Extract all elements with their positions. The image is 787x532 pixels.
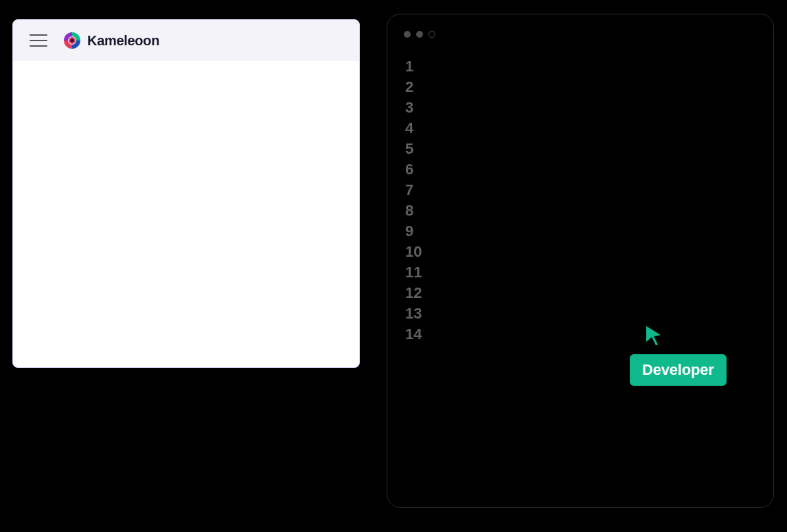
line-number: 8 xyxy=(405,203,757,219)
line-number: 11 xyxy=(405,264,757,281)
window-dot-maximize-icon[interactable] xyxy=(429,31,435,38)
line-number: 6 xyxy=(405,161,757,178)
line-number: 3 xyxy=(405,100,757,116)
brand: Kameleoon xyxy=(62,31,159,50)
line-number-gutter: 1 2 3 4 5 6 7 8 9 10 11 12 13 14 xyxy=(404,58,757,343)
app-header: Kameleoon xyxy=(13,20,359,61)
kameleoon-logo-icon xyxy=(62,31,82,50)
line-number: 5 xyxy=(405,141,757,157)
developer-badge: Developer xyxy=(630,354,727,386)
window-dot-close-icon[interactable] xyxy=(404,31,411,38)
line-number: 1 xyxy=(405,58,757,75)
line-number: 9 xyxy=(405,223,757,240)
line-number: 7 xyxy=(405,182,757,198)
hamburger-menu-icon[interactable] xyxy=(30,34,47,47)
code-editor-panel: 1 2 3 4 5 6 7 8 9 10 11 12 13 14 xyxy=(387,14,774,508)
cursor-pointer-icon xyxy=(646,325,663,346)
line-number: 12 xyxy=(405,285,757,301)
line-number: 4 xyxy=(405,120,757,137)
window-controls xyxy=(404,31,757,38)
line-number: 13 xyxy=(405,305,757,322)
line-number: 14 xyxy=(405,326,757,343)
line-number: 10 xyxy=(405,244,757,260)
app-panel: Kameleoon xyxy=(12,19,360,368)
svg-point-1 xyxy=(71,39,74,43)
line-number: 2 xyxy=(405,79,757,95)
brand-name: Kameleoon xyxy=(87,33,159,49)
window-dot-minimize-icon[interactable] xyxy=(416,31,423,38)
